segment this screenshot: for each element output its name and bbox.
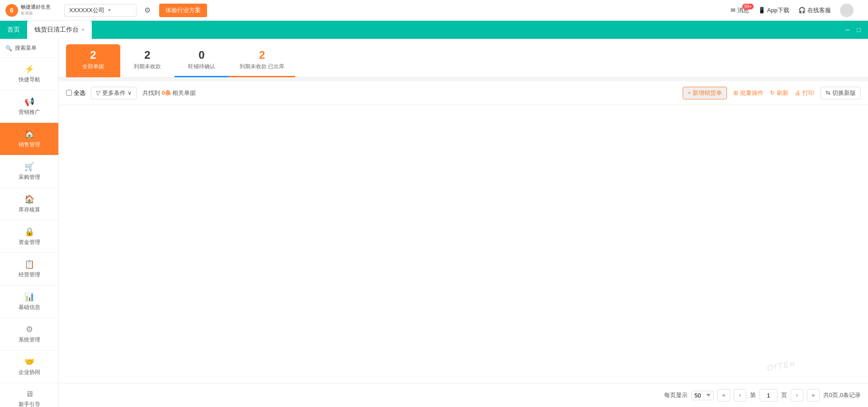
refresh-icon: ↻: [770, 89, 775, 96]
stat-tab-overdue-out[interactable]: 2 到期未收款 已出库: [229, 44, 295, 77]
first-page-btn[interactable]: «: [717, 389, 730, 402]
page-label: 第: [750, 391, 756, 399]
sidebar-item-basic-info[interactable]: 📊 基础信息: [0, 285, 58, 318]
guide-label: 新手引导: [19, 401, 40, 407]
messages-button[interactable]: ✉ 消息 99+: [731, 6, 749, 14]
app-download-button[interactable]: 📱 App下载: [758, 6, 789, 14]
purchase-label: 采购管理: [19, 173, 40, 181]
sidebar-item-guide[interactable]: 🖥 新手引导: [0, 383, 58, 407]
main-layout: 🔍 搜索菜单 ⚡ 快捷导航 📢 营销推广 🏠 销售管理 🛒 采购管理 🏠 库存核…: [0, 39, 868, 407]
print-icon: 🖨: [795, 89, 801, 96]
next-page-btn[interactable]: ›: [791, 389, 803, 402]
sidebar-item-system[interactable]: ⚙ 系统管理: [0, 318, 58, 351]
company-selector[interactable]: XXXXXX公司 ▼: [64, 4, 137, 17]
online-service-button[interactable]: 🎧 在线客服: [798, 6, 831, 14]
active-tab-label: 钱货日清工作台: [34, 26, 79, 34]
avatar[interactable]: [840, 4, 854, 17]
refresh-label: 刷新: [777, 89, 788, 97]
top-header: 6 畅捷通好生意 标准版 XXXXXX公司 ▼ ⚙ 体验行业方案 ✉ 消息 99…: [0, 0, 868, 21]
table-area: [59, 105, 868, 383]
filter-arrow-icon: ∨: [127, 89, 132, 96]
prev-page-btn[interactable]: ‹: [734, 389, 746, 402]
service-icon: 🎧: [798, 7, 806, 14]
sidebar-item-enterprise[interactable]: 🤝 企业协同: [0, 351, 58, 383]
quick-nav-icon: ⚡: [24, 64, 34, 74]
company-name: XXXXXX公司: [69, 6, 104, 14]
enterprise-label: 企业协同: [19, 369, 40, 376]
logo-area: 6 畅捷通好生意 标准版: [5, 4, 64, 17]
basic-info-icon: 📊: [24, 292, 34, 302]
sidebar-item-finance[interactable]: 🔒 资金管理: [0, 220, 58, 253]
switch-icon: ⇆: [826, 89, 830, 96]
last-page-btn[interactable]: »: [807, 389, 820, 402]
nav-right-controls: ─ □: [844, 24, 868, 35]
app-download-label: App下载: [767, 6, 789, 14]
filter-label: 更多条件: [102, 89, 126, 97]
minimize-btn[interactable]: ─: [844, 24, 852, 35]
purchase-icon: 🛒: [24, 162, 34, 172]
stat-label-overdue: 到期未收款: [131, 63, 164, 70]
header-right: ✉ 消息 99+ 📱 App下载 🎧 在线客服: [731, 4, 863, 17]
stat-label-all: 全部单据: [77, 63, 109, 70]
found-text: 共找到 0条 相关单据: [142, 89, 196, 97]
operations-label: 经营管理: [19, 271, 40, 279]
quick-nav-label: 快捷导航: [19, 76, 40, 84]
search-icon: 🔍: [5, 45, 12, 51]
close-tab-icon[interactable]: ×: [81, 27, 85, 33]
page-input[interactable]: [760, 389, 778, 402]
add-sale-btn[interactable]: + 新增销货单: [683, 87, 727, 99]
edition-badge: 标准版: [21, 10, 51, 16]
experience-btn[interactable]: 体验行业方案: [159, 4, 207, 17]
message-icon: ✉: [731, 7, 736, 14]
filter-icon: ▽: [96, 89, 100, 96]
stat-tab-all[interactable]: 2 全部单据: [66, 44, 120, 77]
per-page-label: 每页显示: [664, 391, 688, 399]
stat-num-all: 2: [77, 49, 109, 62]
batch-label: 批量操作: [740, 89, 764, 97]
switch-version-btn[interactable]: ⇆ 切换新版: [821, 87, 861, 99]
settings-button[interactable]: ⚙: [140, 3, 155, 18]
batch-operation-btn[interactable]: ⊞ 批量操作: [733, 89, 764, 97]
print-label: 打印: [802, 89, 814, 97]
refresh-btn[interactable]: ↻ 刷新: [770, 89, 788, 97]
finance-icon: 🔒: [24, 227, 34, 237]
per-page-select[interactable]: 20 50 100: [691, 391, 714, 400]
system-label: 系统管理: [19, 336, 40, 344]
sidebar-item-operations[interactable]: 📋 经营管理: [0, 253, 58, 285]
page-unit: 页: [781, 391, 787, 399]
toolbar: 全选 ▽ 更多条件 ∨ 共找到 0条 相关单据 + 新增销货单 ⊞ 批量操作 ↻: [59, 81, 868, 105]
dropdown-arrow-icon: ▼: [107, 8, 112, 13]
sidebar-item-sales[interactable]: 🏠 销售管理: [0, 123, 58, 155]
sidebar-item-marketing[interactable]: 📢 营销推广: [0, 90, 58, 123]
maximize-btn[interactable]: □: [855, 24, 863, 35]
pagination: 每页显示 20 50 100 « ‹ 第 页 › » 共0页,0条记录: [59, 383, 868, 407]
logo-text: 畅捷通好生意: [21, 4, 51, 10]
system-icon: ⚙: [26, 324, 33, 334]
stat-label-pending: 旺铺待确认: [185, 63, 218, 70]
sidebar-item-purchase[interactable]: 🛒 采购管理: [0, 155, 58, 188]
guide-icon: 🖥: [25, 389, 33, 399]
select-all-input[interactable]: [66, 90, 72, 96]
sidebar-item-quick-nav[interactable]: ⚡ 快捷导航: [0, 58, 58, 90]
print-btn[interactable]: 🖨 打印: [795, 89, 814, 97]
stat-tab-overdue[interactable]: 2 到期未收款: [120, 44, 175, 77]
filter-button[interactable]: ▽ 更多条件 ∨: [91, 87, 137, 99]
found-suffix: 相关单据: [172, 89, 196, 96]
tab-home[interactable]: 首页: [0, 21, 27, 39]
stat-num-overdue: 2: [131, 49, 164, 62]
stats-tabs: 2 全部单据 2 到期未收款 0 旺铺待确认 2 到期未收款 已出库: [59, 39, 868, 78]
tab-active[interactable]: 钱货日清工作台 ×: [27, 21, 92, 39]
operations-icon: 📋: [24, 259, 34, 269]
toolbar-right: + 新增销货单 ⊞ 批量操作 ↻ 刷新 🖨 打印 ⇆ 切换新版: [683, 87, 861, 99]
search-label: 搜索菜单: [15, 44, 37, 52]
select-all-checkbox[interactable]: 全选: [66, 89, 85, 97]
stat-tab-pending[interactable]: 0 旺铺待确认: [175, 44, 229, 77]
found-prefix: 共找到: [142, 89, 160, 96]
switch-label: 切换新版: [832, 89, 856, 97]
batch-icon: ⊞: [733, 89, 738, 96]
stat-num-pending: 0: [185, 49, 218, 62]
finance-label: 资金管理: [19, 239, 40, 246]
sidebar-search[interactable]: 🔍 搜索菜单: [0, 39, 58, 58]
total-records: 共0页,0条记录: [823, 391, 861, 399]
sidebar-item-inventory[interactable]: 🏠 库存核算: [0, 188, 58, 220]
